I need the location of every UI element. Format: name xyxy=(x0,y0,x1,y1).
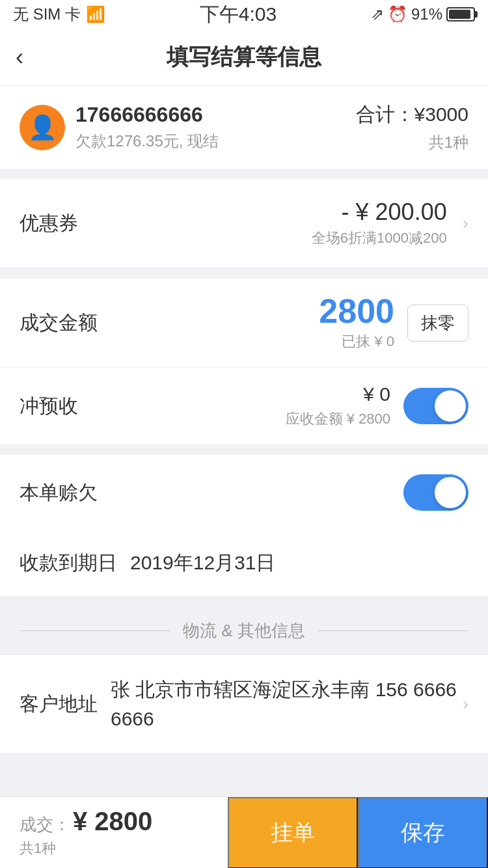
customer-card: 👤 17666666666 欠款1276.35元, 现结 合计：¥3000 共1… xyxy=(0,86,488,169)
bottom-amount: ¥ 2800 xyxy=(73,807,152,836)
status-right: ⇗ ⏰ 91% xyxy=(371,5,475,23)
address-value: 张 北京市市辖区海淀区永丰南 156 6666 6666 xyxy=(111,675,457,733)
prepay-row: 冲预收 ¥ 0 应收金额 ¥ 2800 xyxy=(0,368,488,444)
logistics-text: 物流 & 其他信息 xyxy=(183,619,305,642)
coupon-amount: - ¥ 200.00 xyxy=(312,198,447,226)
location-icon: ⇗ xyxy=(371,5,384,23)
debt-label: 本单赊欠 xyxy=(20,480,98,506)
divider-line-right xyxy=(318,631,468,631)
battery-percent: 91% xyxy=(411,5,442,23)
due-date-row: 收款到期日 2019年12月31日 xyxy=(0,530,488,596)
transaction-erased: 已抹 ¥ 0 xyxy=(319,332,394,351)
status-time: 下午4:03 xyxy=(200,1,277,28)
address-row[interactable]: 客户地址 张 北京市市辖区海淀区永丰南 156 6666 6666 › xyxy=(0,655,488,753)
prepay-label: 冲预收 xyxy=(20,393,78,420)
avatar: 👤 xyxy=(20,105,65,150)
battery-icon xyxy=(446,7,475,21)
prepay-receivable: 应收金额 ¥ 2800 xyxy=(286,409,390,429)
customer-info: 17666666666 欠款1276.35元, 现结 xyxy=(75,103,219,152)
nav-bar: ‹ 填写结算等信息 xyxy=(0,29,488,86)
prepay-right: ¥ 0 应收金额 ¥ 2800 xyxy=(286,383,468,429)
bottom-count: 共1种 xyxy=(20,839,208,858)
customer-left: 👤 17666666666 欠款1276.35元, 现结 xyxy=(20,103,219,152)
page-title: 填写结算等信息 xyxy=(167,42,321,72)
status-left: 无 SIM 卡 📶 xyxy=(13,4,105,25)
due-date-value: 2019年12月31日 xyxy=(130,550,275,576)
alarm-icon: ⏰ xyxy=(388,5,407,23)
pending-button[interactable]: 挂单 xyxy=(228,797,358,869)
prepay-info: ¥ 0 应收金额 ¥ 2800 xyxy=(286,383,390,429)
transaction-right: 2800 已抹 ¥ 0 抹零 xyxy=(319,294,468,351)
transaction-amount: 2800 xyxy=(319,294,394,328)
transaction-label: 成交金额 xyxy=(20,310,98,336)
total-count: 共1种 xyxy=(356,132,468,153)
separator-2 xyxy=(0,444,488,455)
debt-toggle-knob xyxy=(435,477,466,508)
logistics-divider: 物流 & 其他信息 xyxy=(0,606,488,655)
coupon-label: 优惠券 xyxy=(20,210,78,237)
wifi-icon: 📶 xyxy=(86,5,105,23)
bottom-summary-line: 成交： ¥ 2800 xyxy=(20,807,208,836)
coupon-row[interactable]: 优惠券 - ¥ 200.00 全场6折满1000减200 › xyxy=(0,179,488,268)
separator-3 xyxy=(0,596,488,606)
chevron-right-icon: › xyxy=(463,213,468,234)
bottom-summary: 成交： ¥ 2800 共1种 xyxy=(0,807,228,858)
round-button[interactable]: 抹零 xyxy=(407,305,468,342)
customer-phone: 17666666666 xyxy=(75,103,219,127)
due-label: 收款到期日 xyxy=(20,550,117,576)
content: 👤 17666666666 欠款1276.35元, 现结 合计：¥3000 共1… xyxy=(0,86,488,868)
debt-row: 本单赊欠 xyxy=(0,455,488,530)
coupon-info: - ¥ 200.00 全场6折满1000减200 xyxy=(312,198,447,248)
separator-1 xyxy=(0,268,488,278)
toggle-knob xyxy=(435,390,466,422)
customer-right: 合计：¥3000 共1种 xyxy=(356,102,468,153)
no-sim-text: 无 SIM 卡 xyxy=(13,4,81,25)
address-chevron-icon: › xyxy=(463,694,468,714)
address-label: 客户地址 xyxy=(20,691,98,718)
divider-line-left xyxy=(20,631,170,631)
transaction-amount-row: 成交金额 2800 已抹 ¥ 0 抹零 xyxy=(0,278,488,368)
save-button[interactable]: 保存 xyxy=(358,797,488,869)
coupon-desc: 全场6折满1000减200 xyxy=(312,228,447,248)
bottom-label: 成交： xyxy=(20,813,70,836)
transaction-amount-info: 2800 已抹 ¥ 0 xyxy=(319,294,394,351)
bottom-bar: 成交： ¥ 2800 共1种 挂单 保存 xyxy=(0,796,488,868)
debt-toggle[interactable] xyxy=(403,474,468,511)
back-button[interactable]: ‹ xyxy=(16,44,23,71)
status-bar: 无 SIM 卡 📶 下午4:03 ⇗ ⏰ 91% xyxy=(0,0,488,29)
customer-debt: 欠款1276.35元, 现结 xyxy=(75,131,219,152)
total-amount: 合计：¥3000 xyxy=(356,102,468,128)
prepay-amount: ¥ 0 xyxy=(286,383,390,405)
prepay-toggle[interactable] xyxy=(403,388,468,424)
coupon-right: - ¥ 200.00 全场6折满1000减200 › xyxy=(312,198,468,248)
